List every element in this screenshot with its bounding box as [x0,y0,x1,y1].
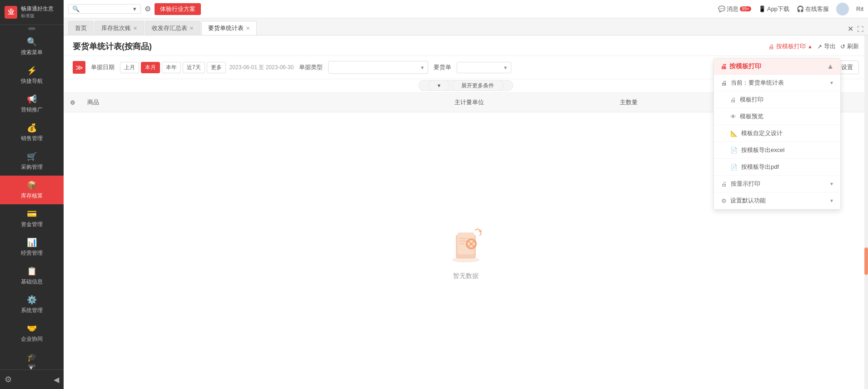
dropdown-default-func-label: 设置默认功能 [730,197,766,205]
template-print-icon: 🖨 [730,96,736,103]
dropdown-template-preview-label: 模板预览 [740,112,763,121]
operation-icon: 📊 [27,237,37,248]
dropdown-template-excel-label: 按模板导出excel [741,146,784,154]
dropdown-item-template-design[interactable]: 📐 模板自定义设计 [714,125,840,142]
display-print-icon: 🖨 [721,181,727,187]
topbar-app-download[interactable]: 📱 App下载 [758,5,789,13]
dropdown-item-template-preview[interactable]: 👁 模板预览 [714,108,840,125]
filter-date-label: 单据日期 [91,63,115,71]
msg-label: 消息 [727,5,738,13]
date-btn-prev-month[interactable]: 上月 [120,62,139,73]
dropdown-item-default-func[interactable]: ⚙ 设置默认功能 ▾ [714,192,840,209]
search-dropdown-icon[interactable]: ▾ [133,5,136,12]
current-icon: 🖨 [721,80,727,86]
sidebar-item-system[interactable]: ⚙️ 系统管理 [0,290,64,319]
sidebar-item-marketing[interactable]: 📢 营销推广 [0,90,64,118]
sidebar-item-label: 资金管理 [21,221,43,228]
dropdown-item-template-excel[interactable]: 📄 按模板导出excel [714,142,840,159]
sidebar-logo: 业 畅康通好生意 标准版 [0,0,64,25]
dropdown-default-func-left: ⚙ 设置默认功能 [721,197,766,205]
sidebar-item-finance[interactable]: 💳 资金管理 [0,204,64,233]
topbar-gear-icon[interactable]: ⚙ [145,5,151,13]
dropdown-close-button[interactable]: ▲ [827,62,834,71]
tab-maximize-window[interactable]: ⛶ [857,25,863,33]
tab-batch[interactable]: 库存批次账 ✕ [95,21,144,35]
sidebar-item-purchase[interactable]: 🛒 采购管理 [0,147,64,176]
topbar-msg[interactable]: 💬 消息 99+ [718,5,751,13]
sidebar-item-operation[interactable]: 📊 经营管理 [0,233,64,262]
sidebar-item-sales[interactable]: 💰 销售管理 [0,118,64,147]
filter-type-select[interactable]: ▾ [328,61,428,74]
right-scrollbar[interactable] [864,35,868,389]
template-preview-icon: 👁 [730,113,736,120]
dropdown-template-print-label: 模板打印 [740,96,763,104]
tab-batch-close[interactable]: ✕ [133,25,137,31]
date-btn-7days[interactable]: 近7天 [183,62,205,73]
tab-collect[interactable]: 收发存汇总表 ✕ [145,21,200,35]
sidebar-item-guide[interactable]: 🎓 新手引导 [0,348,64,362]
sidebar: 业 畅康通好生意 标准版 🔍 搜索菜单 ⚡ 快捷导航 📢 营销推广 💰 销售管理… [0,0,64,389]
dropdown-item-current[interactable]: 🖨 当前：要货单统计表 ▾ [714,75,840,91]
sidebar-item-collab[interactable]: 🤝 企业协同 [0,319,64,348]
expand-icon: ▾ [428,80,450,91]
date-btn-more[interactable]: 更多 [207,62,226,73]
dropdown-item-template-pdf[interactable]: 📄 按模板导出pdf [714,159,840,176]
tab-bar: 首页 库存批次账 ✕ 收发存汇总表 ✕ 要货单统计表 ✕ ✕ ⛶ [64,18,868,35]
date-btn-this-month[interactable]: 本月 [141,62,160,73]
dropdown-header: 🖨 按模板打印 ▲ [714,59,840,75]
dropdown-item-template-print[interactable]: 🖨 模板打印 [714,91,840,108]
sidebar-settings-icon[interactable]: ⚙ [5,374,12,384]
tab-collect-close[interactable]: ✕ [190,25,194,31]
sidebar-item-search[interactable]: 🔍 搜索菜单 [0,32,64,61]
export-label: 导出 [824,42,836,51]
filter-type-arrow: ▾ [421,64,424,71]
refresh-icon: ↺ [840,43,845,50]
dropdown-header-left: 🖨 按模板打印 [720,62,761,71]
empty-illustration [443,221,489,267]
date-range-label: 2023-06-01 至 2023-06-30 [229,64,294,71]
dropdown-item-display-print[interactable]: 🖨 按显示打印 ▾ [714,176,840,192]
tab-order[interactable]: 要货单统计表 ✕ [201,21,257,35]
topbar: 🔍 ▾ ⚙ 体验行业方案 💬 消息 99+ 📱 App下载 🎧 在线客服 Rit [64,0,868,18]
page-header: 要货单统计表(按商品) 🖨 按模板打印 ▲ ↗ 导出 ↺ 刷新 [64,35,868,56]
filter-category-select[interactable]: ▾ [457,62,511,73]
topbar-right: 💬 消息 99+ 📱 App下载 🎧 在线客服 Rit [718,3,863,15]
sidebar-scroll-up[interactable] [28,27,35,30]
template-design-icon: 📐 [730,130,738,137]
sidebar-item-basic[interactable]: 📋 基础信息 [0,262,64,290]
print-button[interactable]: 🖨 按模板打印 ▲ [768,42,813,51]
current-arrow: ▾ [830,80,833,86]
template-pdf-icon: 📄 [730,164,738,171]
date-btn-this-year[interactable]: 本年 [162,62,181,73]
topbar-service[interactable]: 🎧 在线客服 [797,5,829,13]
export-button[interactable]: ↗ 导出 [817,42,836,51]
sidebar-item-label: 搜索菜单 [21,49,43,56]
sidebar-item-shortcut[interactable]: ⚡ 快捷导航 [0,61,64,90]
tab-home[interactable]: 首页 [68,21,94,35]
system-icon: ⚙️ [27,295,37,305]
print-dropdown-icon[interactable]: ▲ [808,44,813,49]
th-settings[interactable]: ⚙ [64,97,82,108]
filter-expand-button[interactable]: ≫ [73,61,85,74]
tab-close-window[interactable]: ✕ [848,25,853,33]
username-label: Rit [856,5,863,12]
tab-order-close[interactable]: ✕ [246,25,250,31]
finance-icon: 💳 [27,209,37,219]
sidebar-item-label: 系统管理 [21,307,43,314]
logo-badge: 标准版 [21,13,54,19]
sidebar-item-label: 基础信息 [21,278,43,286]
refresh-button[interactable]: ↺ 刷新 [840,42,859,51]
sidebar-scroll-down[interactable]: ▼ [28,364,35,367]
sidebar-item-inventory[interactable]: 📦 库存核算 [0,176,64,204]
sidebar-item-label: 快捷导航 [21,77,43,85]
sidebar-toggle-icon[interactable]: ◀ [54,375,59,384]
tab-home-label: 首页 [75,24,87,32]
search-input[interactable] [81,6,131,12]
dropdown-template-pdf-label: 按模板导出pdf [741,163,779,171]
sidebar-item-label: 营销推广 [21,106,43,114]
print-icon: 🖨 [768,43,774,50]
trial-button[interactable]: 体验行业方案 [155,3,201,15]
app-label: App下载 [767,5,789,13]
empty-text: 暂无数据 [453,272,479,280]
service-label: 在线客服 [805,5,829,13]
